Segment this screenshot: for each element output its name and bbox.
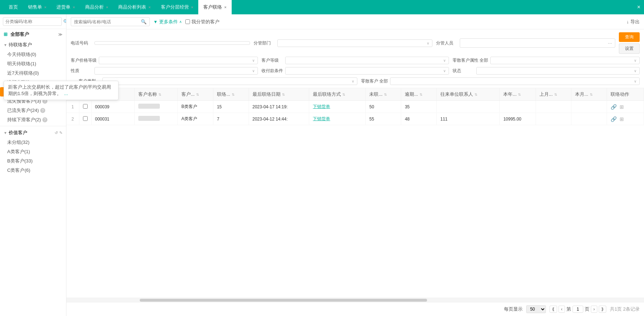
nav-purchase[interactable]: 进货单 ×: [51, 0, 80, 14]
nav-purchase-close[interactable]: ×: [73, 5, 75, 9]
page-last-button[interactable]: ⟫: [599, 306, 606, 313]
sidebar-item-lost[interactable]: 已流失客户(24) ?: [0, 106, 66, 115]
row-overdue-2: 48: [401, 113, 437, 125]
value-group-header[interactable]: ▼ 价值客户 ↺ ✎: [0, 128, 66, 138]
row-1-link-icon[interactable]: 🔗: [611, 104, 617, 110]
row-1-checkbox[interactable]: [83, 104, 88, 109]
col-this-year-sort-icon[interactable]: ⇅: [518, 93, 521, 96]
filter-person-input[interactable]: ···: [460, 38, 615, 48]
row-last-method-1[interactable]: 下销货单: [309, 101, 366, 113]
col-last-date-sort-icon[interactable]: ⇅: [282, 93, 285, 96]
row-name-2: [134, 113, 177, 125]
scroll-thumb[interactable]: [140, 299, 427, 302]
pending-group-title[interactable]: ▼ 待联络客户: [0, 40, 66, 50]
action-icons-1: 🔗 ⊞: [611, 104, 640, 110]
page-first-button[interactable]: ⟪: [550, 306, 557, 313]
sidebar-item-declining[interactable]: 持续下滑客户(2) ?: [0, 115, 66, 124]
refresh-icon[interactable]: ↺: [55, 131, 58, 135]
col-uncontacted-sort-icon[interactable]: ⇅: [384, 93, 387, 96]
row-this-month-1: [571, 101, 607, 113]
search-input[interactable]: [74, 19, 141, 24]
sidebar-all-customers[interactable]: ⊞ 全部客户 ≫: [0, 29, 66, 40]
col-last-method-sort-icon[interactable]: ⇅: [342, 93, 345, 96]
col-name: 客户名称 ⇅: [134, 88, 177, 101]
row-1-grid-icon[interactable]: ⊞: [620, 104, 624, 110]
sidebar-search-area: 🔍: [0, 14, 66, 29]
sidebar-item-c-class[interactable]: C类客户(6): [0, 166, 66, 175]
page-next-button[interactable]: ›: [591, 306, 597, 313]
my-customers-checkbox[interactable]: [185, 19, 190, 24]
filter-payment-select[interactable]: ∨: [285, 67, 449, 75]
col-contact-sort-icon[interactable]: ⇅: [232, 93, 235, 96]
filter-customer-type-select[interactable]: ∨: [102, 77, 357, 85]
nav-home[interactable]: 首页: [4, 0, 23, 14]
nav-customer-tier-close[interactable]: ×: [191, 5, 193, 9]
settings-button[interactable]: 设置: [619, 43, 640, 54]
sidebar-search-input[interactable]: [3, 17, 62, 26]
gender-arrow-icon: ∨: [252, 69, 255, 73]
nav-sales-close[interactable]: ×: [44, 5, 46, 9]
filter-button[interactable]: ▼ 更多条件 ∧: [153, 19, 182, 25]
row-last-date-2: 2023-04-12 14:44:: [249, 113, 309, 125]
per-page-select[interactable]: 50 20 100: [526, 305, 546, 313]
filter-customer-grade-select[interactable]: ∨: [285, 57, 449, 64]
filter-dept: 分管部门 ∨: [254, 39, 433, 47]
row-last-method-2[interactable]: 下销货单: [309, 113, 366, 125]
row-2-grid-icon[interactable]: ⊞: [620, 116, 624, 122]
edit-icon[interactable]: ✎: [59, 131, 62, 135]
help-icon-4[interactable]: ?: [42, 117, 47, 122]
help-icon-3[interactable]: ?: [40, 108, 45, 113]
col-overdue: 逾期... ⇅: [401, 88, 437, 101]
filter-status-select[interactable]: ∨: [476, 67, 640, 75]
filter-retail-select[interactable]: ∨: [390, 77, 640, 85]
sidebar-item-today[interactable]: 今天待联络(0): [0, 50, 66, 59]
sidebar-search-icon[interactable]: 🔍: [63, 19, 66, 24]
filter-actions: 查询 设置: [619, 32, 640, 54]
nav-sales[interactable]: 销售单 ×: [23, 0, 51, 14]
query-button[interactable]: 查询: [619, 32, 640, 42]
row-contact-1: 15: [213, 101, 249, 113]
nav-customer-tier[interactable]: 客户分层经营 ×: [156, 0, 198, 14]
col-partner-sort-icon[interactable]: ⇅: [474, 93, 477, 96]
nav-analysis-list[interactable]: 商品分析列表 ×: [113, 0, 156, 14]
col-overdue-sort-icon[interactable]: ⇅: [420, 93, 422, 96]
filter-dept-select[interactable]: ∨: [277, 39, 433, 47]
sidebar-item-tomorrow[interactable]: 明天待联络(1): [0, 59, 66, 69]
filter-gender-select[interactable]: ∨: [94, 67, 258, 75]
my-customers-checkbox-area: 我分管的客户: [185, 19, 219, 25]
search-icon[interactable]: 🔍: [141, 19, 147, 24]
filter-price-grade-select[interactable]: ∨: [99, 57, 258, 64]
tooltip-more[interactable]: ...: [64, 91, 66, 96]
horizontal-scrollbar[interactable]: [66, 298, 644, 302]
sidebar-item-b-class[interactable]: B类客户(33): [0, 156, 66, 166]
status-arrow-icon: ∨: [634, 69, 636, 73]
row-2-checkbox[interactable]: [83, 116, 88, 121]
col-name-sort-icon[interactable]: ⇅: [158, 93, 161, 96]
person-dots[interactable]: ···: [608, 40, 612, 46]
nav-analysis-list-close[interactable]: ×: [148, 5, 150, 9]
filter-phone-input[interactable]: [94, 41, 250, 45]
filter-retail-attr-select[interactable]: ∨: [490, 57, 640, 64]
collapse-icon[interactable]: ≫: [58, 32, 62, 37]
col-this-month-sort-icon[interactable]: ⇅: [590, 93, 593, 96]
page-prev-button[interactable]: ‹: [559, 306, 565, 313]
sidebar-item-a-class[interactable]: A类客户(1): [0, 147, 66, 156]
col-type-sort-icon[interactable]: ⇅: [196, 93, 199, 96]
page-input[interactable]: [573, 306, 583, 313]
filter-area: 电话号码 分管部门 ∨ 分管人员 ···: [66, 29, 644, 88]
col-contact: 联络... ⇅: [213, 88, 249, 101]
row-2-link-icon[interactable]: 🔗: [611, 116, 617, 122]
filter-customer-type: 客户类型 ∨: [79, 77, 357, 85]
nav-analysis-close[interactable]: ×: [106, 5, 108, 9]
sidebar-item-7days[interactable]: 近7天待联络(0): [0, 69, 66, 78]
window-close-button[interactable]: ×: [637, 4, 640, 10]
nav-customer-contact-close[interactable]: ×: [224, 5, 226, 9]
nav-customer-contact[interactable]: 客户联络 ×: [198, 0, 231, 14]
sidebar-divider: [0, 126, 66, 126]
customer-grade-arrow-icon: ∨: [443, 58, 446, 62]
nav-analysis[interactable]: 商品分析 ×: [80, 0, 113, 14]
export-button[interactable]: ↓ 导出: [627, 19, 640, 25]
nav-purchase-label: 进货单: [56, 4, 70, 10]
col-last-month-sort-icon[interactable]: ⇅: [554, 93, 557, 96]
sidebar-item-ungrouped[interactable]: 未分组(32): [0, 138, 66, 147]
